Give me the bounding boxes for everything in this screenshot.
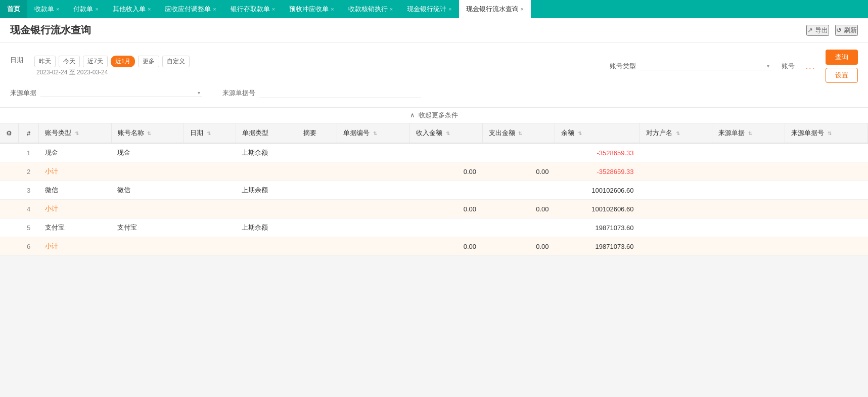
close-icon[interactable]: ×: [213, 6, 216, 12]
filter-area: 日期 昨天 今天 近7天 近1月 更多 自定义 2023-02-24 至 202…: [0, 42, 868, 108]
counterparty-cell: [639, 218, 712, 237]
source-doc-no-input[interactable]: [259, 88, 421, 98]
date-cell: [184, 237, 236, 256]
source-doc-cell: [712, 218, 785, 237]
date-btn-today[interactable]: 今天: [59, 56, 80, 67]
account-type-cell: 微信: [39, 181, 112, 200]
income-cell: 0.00: [409, 162, 482, 181]
filter-row-1: 日期 昨天 今天 近7天 近1月 更多 自定义 2023-02-24 至 202…: [10, 50, 858, 83]
source-doc-no-col-header[interactable]: 来源单据号 ⇅: [785, 123, 868, 143]
table-row: 6小计0.000.0019871073.60: [0, 237, 868, 256]
collapse-row[interactable]: ∧ 收起更多条件: [0, 108, 868, 123]
close-icon[interactable]: ×: [148, 6, 151, 12]
date-cell: [184, 218, 236, 237]
nav-item-应收应付调整单[interactable]: 应收应付调整单×: [158, 0, 223, 18]
gear-col-header[interactable]: ⚙: [0, 123, 19, 143]
nav-item-银行存取款单[interactable]: 银行存取款单×: [223, 0, 282, 18]
nav-item-付款单[interactable]: 付款单×: [66, 0, 105, 18]
index-cell: 1: [19, 143, 39, 162]
income-col-header[interactable]: 收入金额 ⇅: [409, 123, 482, 143]
date-btn-custom[interactable]: 自定义: [162, 56, 190, 67]
account-name-cell: [111, 237, 184, 256]
settings-button[interactable]: 设置: [826, 68, 858, 83]
nav-item-收款核销执行[interactable]: 收款核销执行×: [341, 0, 400, 18]
index-cell: 5: [19, 218, 39, 237]
account-type-col-header[interactable]: 账号类型 ⇅: [39, 123, 112, 143]
date-options: 昨天 今天 近7天 近1月 更多 自定义: [34, 56, 190, 67]
counterparty-cell: [639, 143, 712, 162]
income-cell: [409, 181, 482, 200]
refresh-button[interactable]: ↺ 刷新: [835, 25, 858, 36]
table-row: 3微信微信上期余额100102606.60: [0, 181, 868, 200]
source-doc-chevron-icon: ▾: [198, 90, 200, 96]
close-icon[interactable]: ×: [56, 6, 59, 12]
doc-no-cell: [337, 143, 410, 162]
date-options-container: 昨天 今天 近7天 近1月 更多 自定义 2023-02-24 至 2023-0…: [34, 56, 190, 77]
source-doc-select[interactable]: ▾: [40, 89, 202, 97]
close-icon[interactable]: ×: [390, 6, 393, 12]
page-title: 现金银行流水查询: [10, 23, 91, 37]
source-doc-no-cell: [785, 162, 868, 181]
date-btn-1month[interactable]: 近1月: [111, 56, 135, 67]
index-cell: 3: [19, 181, 39, 200]
account-name-cell: 现金: [111, 143, 184, 162]
doc-type-cell: [236, 237, 297, 256]
table-container: ⚙ # 账号类型 ⇅ 账号名称 ⇅ 日期 ⇅ 单据类型 摘要 单据编号 ⇅ 收入…: [0, 123, 868, 256]
close-icon[interactable]: ×: [448, 6, 451, 12]
summary-cell: [297, 162, 337, 181]
source-doc-no-cell: [785, 218, 868, 237]
date-col-header[interactable]: 日期 ⇅: [184, 123, 236, 143]
source-doc-no-cell: [785, 143, 868, 162]
gear-cell: [0, 162, 19, 181]
nav-item-现金银行流水查询[interactable]: 现金银行流水查询×: [459, 0, 531, 18]
nav-item-首页[interactable]: 首页: [0, 0, 27, 18]
account-type-cell: 小计: [39, 237, 112, 256]
counterparty-cell: [639, 237, 712, 256]
balance-cell: -3528659.33: [555, 162, 640, 181]
date-cell: [184, 162, 236, 181]
expense-col-header[interactable]: 支出金额 ⇅: [482, 123, 555, 143]
summary-cell: [297, 237, 337, 256]
account-type-cell: 小计: [39, 200, 112, 218]
source-doc-cell: [712, 181, 785, 200]
doc-no-cell: [337, 181, 410, 200]
date-cell: [184, 143, 236, 162]
date-btn-yesterday[interactable]: 昨天: [34, 56, 56, 67]
close-icon[interactable]: ×: [331, 6, 334, 12]
close-icon[interactable]: ×: [521, 6, 524, 12]
index-cell: 2: [19, 162, 39, 181]
source-doc-cell: [712, 200, 785, 218]
query-button[interactable]: 查询: [826, 50, 858, 65]
account-name-col-header[interactable]: 账号名称 ⇅: [111, 123, 184, 143]
gear-cell: [0, 200, 19, 218]
balance-col-header[interactable]: 余额 ⇅: [555, 123, 640, 143]
close-icon[interactable]: ×: [95, 6, 98, 12]
summary-col-header: 摘要: [297, 123, 337, 143]
index-col-header: #: [19, 123, 39, 143]
index-cell: 4: [19, 200, 39, 218]
action-buttons: 查询 设置: [826, 50, 858, 83]
more-dots[interactable]: ...: [806, 62, 815, 71]
source-doc-cell: [712, 143, 785, 162]
nav-item-其他收入单[interactable]: 其他收入单×: [106, 0, 158, 18]
nav-item-预收冲应收单[interactable]: 预收冲应收单×: [282, 0, 341, 18]
summary-cell: [297, 218, 337, 237]
nav-item-现金银行统计[interactable]: 现金银行统计×: [400, 0, 459, 18]
account-name-cell: 支付宝: [111, 218, 184, 237]
doc-no-col-header[interactable]: 单据编号 ⇅: [337, 123, 410, 143]
date-btn-more[interactable]: 更多: [138, 56, 159, 67]
export-button[interactable]: ↗ 导出: [806, 25, 829, 36]
close-icon[interactable]: ×: [272, 6, 275, 12]
balance-cell: 100102606.60: [555, 181, 640, 200]
page-header: 现金银行流水查询 ↗ 导出 ↺ 刷新: [0, 18, 868, 42]
date-btn-7days[interactable]: 近7天: [83, 56, 108, 67]
account-type-select[interactable]: ▾: [640, 62, 771, 70]
nav-item-收款单[interactable]: 收款单×: [27, 0, 66, 18]
counterparty-col-header[interactable]: 对方户名 ⇅: [639, 123, 712, 143]
account-type-cell: 支付宝: [39, 218, 112, 237]
index-cell: 6: [19, 237, 39, 256]
source-doc-no-cell: [785, 237, 868, 256]
source-doc-no-label: 来源单据号: [222, 89, 255, 98]
source-doc-col-header[interactable]: 来源单据 ⇅: [712, 123, 785, 143]
source-doc-label: 来源单据: [10, 89, 36, 98]
